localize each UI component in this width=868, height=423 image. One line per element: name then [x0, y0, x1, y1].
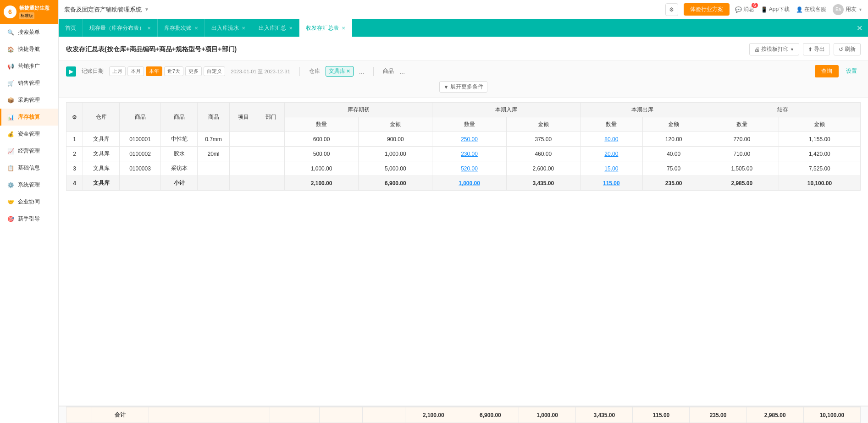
- cell-dept: [257, 147, 285, 161]
- trial-button[interactable]: 体验行业方案: [684, 3, 730, 16]
- footer-out-amt: 235.00: [690, 407, 746, 423]
- refresh-button[interactable]: ↺ 刷新: [834, 43, 861, 55]
- th-in-qty: 数量: [432, 117, 506, 132]
- footer-cell-empty: [66, 407, 92, 423]
- tab-close-icon[interactable]: ✕: [147, 26, 151, 31]
- in-qty-link[interactable]: 1,000.00: [459, 180, 480, 187]
- in-qty-link[interactable]: 250.00: [461, 136, 478, 143]
- cell-open-amt: 900.00: [359, 132, 432, 147]
- tab-close-icon[interactable]: ✕: [289, 26, 293, 31]
- tab-close-icon[interactable]: ✕: [342, 26, 345, 31]
- cell-no: 4: [66, 176, 83, 191]
- date-btn-last-month[interactable]: 上月: [109, 66, 126, 76]
- out-qty-link[interactable]: 115.00: [603, 180, 620, 187]
- user-menu[interactable]: Ea 用友 ▼: [833, 4, 862, 15]
- cell-warehouse: 文具库: [83, 132, 120, 147]
- tab-label: 现存量（库存分布表）: [89, 24, 144, 32]
- logo-app-name: 畅捷通好生意: [19, 5, 50, 11]
- cell-in-amt: 375.00: [506, 132, 580, 147]
- close-all-tabs-button[interactable]: ✕: [851, 19, 868, 37]
- tab-recv-send-summary[interactable]: 收发存汇总表 ✕: [299, 19, 352, 37]
- cell-bal-qty: 710.00: [705, 147, 779, 161]
- date-filter-buttons: 上月 本月 本年 近7天 更多 自定义: [109, 66, 225, 76]
- cell-warehouse: 文具库: [83, 147, 120, 161]
- sidebar-item-basic[interactable]: 📋 基础信息: [0, 159, 58, 176]
- warehouse-tag-close-icon[interactable]: ✕: [346, 68, 350, 74]
- finance-icon: 💰: [7, 131, 14, 138]
- cell-bal-qty: 2,985.00: [705, 176, 779, 191]
- sidebar-item-inventory[interactable]: 📊 库存核算: [0, 109, 58, 126]
- sidebar-item-guide[interactable]: 🎯 新手引导: [0, 210, 58, 227]
- dropdown-icon: ▼: [144, 7, 149, 12]
- tab-close-icon[interactable]: ✕: [194, 26, 198, 31]
- query-button[interactable]: 查询: [815, 65, 839, 77]
- sidebar-item-quick-nav[interactable]: 🏠 快捷导航: [0, 41, 58, 58]
- tab-batch-ledger[interactable]: 库存批次账 ✕: [158, 19, 205, 37]
- sidebar-item-system[interactable]: ⚙️ 系统管理: [0, 176, 58, 193]
- th-project: 项目: [230, 103, 257, 132]
- cell-in-qty: 1,000.00: [432, 176, 506, 191]
- footer-bar: 合计 2,100.00 6,900.00 1,000.00 3,435.00 1…: [59, 406, 868, 423]
- sidebar-item-marketing[interactable]: 📢 营销推广: [0, 58, 58, 75]
- divider2: [373, 67, 374, 76]
- print-icon: 🖨: [754, 46, 760, 53]
- cell-in-qty: 230.00: [432, 147, 506, 161]
- warehouse-tag: 文具库 ✕: [326, 66, 354, 77]
- sidebar-item-label: 搜索菜单: [18, 28, 40, 36]
- sidebar-item-search[interactable]: 🔍 搜索菜单: [0, 24, 58, 41]
- th-open-amt: 金额: [359, 117, 432, 132]
- content-area: 收发存汇总表(按仓库+商品编码+商品+规格型号+项目+部门) 🖨 按模板打印 ▼…: [59, 37, 868, 406]
- cell-bal-qty: 1,505.00: [705, 161, 779, 176]
- out-qty-link[interactable]: 80.00: [604, 136, 618, 143]
- sidebar-item-sales[interactable]: 🛒 销售管理: [0, 75, 58, 92]
- table-settings-icon[interactable]: ⚙: [72, 114, 77, 121]
- in-qty-link[interactable]: 520.00: [461, 165, 478, 172]
- tab-stock-dist[interactable]: 现存量（库存分布表） ✕: [83, 19, 158, 37]
- out-qty-link[interactable]: 20.00: [604, 151, 618, 157]
- cell-no: 3: [66, 161, 83, 176]
- sidebar-item-enterprise[interactable]: 🤝 企业协同: [0, 193, 58, 210]
- system-name-text: 装备及固定资产辅助管理系统: [64, 5, 142, 14]
- sidebar-item-finance[interactable]: 💰 资金管理: [0, 126, 58, 143]
- tab-close-icon[interactable]: ✕: [242, 26, 245, 31]
- expand-filter-button[interactable]: ▼ 展开更多条件: [439, 81, 487, 93]
- footer-open-qty: 2,100.00: [405, 407, 462, 423]
- message-button[interactable]: 💬 消息 6: [735, 5, 754, 13]
- export-button[interactable]: ⬆ 导出: [803, 43, 830, 55]
- warehouse-filter-more[interactable]: ...: [359, 68, 365, 75]
- tab-in-out-summary[interactable]: 出入库汇总 ✕: [252, 19, 299, 37]
- cell-no: 2: [66, 147, 83, 161]
- table-row: 3 文具库 0100003 采访本 1,000.00 5,000.00 520.…: [66, 161, 861, 176]
- export-label: 导出: [814, 45, 825, 53]
- out-qty-link[interactable]: 15.00: [604, 165, 618, 172]
- cell-code: [120, 176, 161, 191]
- print-button[interactable]: 🖨 按模板打印 ▼: [749, 43, 799, 55]
- date-btn-custom[interactable]: 自定义: [204, 66, 225, 76]
- date-btn-7days[interactable]: 近7天: [164, 66, 183, 76]
- avatar: Ea: [833, 4, 844, 15]
- sidebar-item-operation[interactable]: 📈 经营管理: [0, 143, 58, 159]
- message-icon: 💬: [735, 6, 742, 13]
- in-qty-link[interactable]: 230.00: [461, 151, 478, 157]
- sidebar-item-label: 经营管理: [18, 147, 40, 155]
- date-btn-this-month[interactable]: 本月: [127, 66, 144, 76]
- tab-home[interactable]: 首页: [59, 19, 83, 37]
- tab-in-out-flow[interactable]: 出入库流水 ✕: [205, 19, 252, 37]
- sidebar-item-label: 快捷导航: [18, 45, 40, 53]
- sales-icon: 🛒: [7, 80, 14, 87]
- sidebar-item-purchase[interactable]: 📦 采购管理: [0, 92, 58, 109]
- filter-settings-link[interactable]: 设置: [842, 66, 861, 77]
- cell-code: 0100002: [120, 147, 161, 161]
- operation-icon: 📈: [7, 148, 14, 155]
- logo-badge: 标准版: [19, 12, 34, 19]
- filter-toggle[interactable]: ▶: [66, 66, 76, 77]
- settings-icon[interactable]: ⚙: [665, 3, 678, 16]
- app-download-button[interactable]: 📱 App下载: [761, 5, 790, 13]
- online-service-button[interactable]: 👤 在线客服: [796, 5, 826, 13]
- footer-label: 合计: [92, 407, 149, 423]
- divider: [299, 67, 300, 76]
- date-btn-more[interactable]: 更多: [185, 66, 202, 76]
- th-open-qty: 数量: [285, 117, 359, 132]
- goods-filter-more[interactable]: ...: [399, 68, 405, 75]
- date-btn-this-year[interactable]: 本年: [146, 66, 162, 76]
